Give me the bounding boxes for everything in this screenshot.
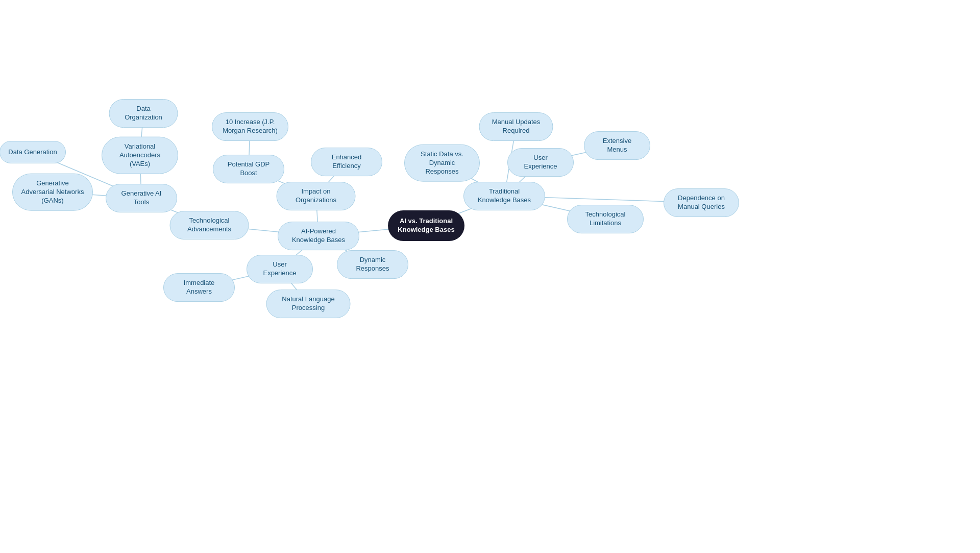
connections-svg: [0, 0, 980, 553]
node-extensive-menus: Extensive Menus: [584, 131, 650, 160]
node-10-increase: 10 Increase (J.P. Morgan Research): [212, 112, 288, 141]
node-user-exp-trad: User Experience: [507, 148, 574, 177]
mindmap-canvas: AI vs. Traditional Knowledge BasesAI-Pow…: [0, 0, 980, 553]
node-static-data: Static Data vs. Dynamic Responses: [404, 145, 480, 182]
node-impact-org: Impact on Organizations: [277, 182, 356, 210]
node-enhanced-eff: Enhanced Efficiency: [311, 148, 382, 176]
node-manual-updates: Manual Updates Required: [479, 112, 553, 141]
node-dep-manual: Dependence on Manual Queries: [664, 188, 739, 217]
node-tech-lim: Technological Limitations: [567, 205, 644, 233]
node-user-exp-ai: User Experience: [247, 255, 313, 283]
node-immediate-ans: Immediate Answers: [163, 273, 235, 302]
node-ai-powered: AI-Powered Knowledge Bases: [278, 222, 359, 250]
node-gan: Generative Adversarial Networks (GANs): [12, 174, 93, 211]
node-gen-ai-tools: Generative AI Tools: [106, 184, 177, 212]
node-potential-gdp: Potential GDP Boost: [213, 155, 284, 183]
node-dynamic-resp: Dynamic Responses: [337, 250, 408, 279]
node-tech-adv: Technological Advancements: [170, 211, 249, 239]
node-traditional-kb: Traditional Knowledge Bases: [463, 182, 545, 210]
node-nlp: Natural Language Processing: [266, 290, 351, 318]
node-vae: Variational Autoencoders (VAEs): [102, 137, 178, 174]
node-data-org: Data Organization: [109, 99, 178, 128]
node-center: AI vs. Traditional Knowledge Bases: [388, 210, 464, 241]
node-data-gen: Data Generation: [0, 141, 66, 163]
